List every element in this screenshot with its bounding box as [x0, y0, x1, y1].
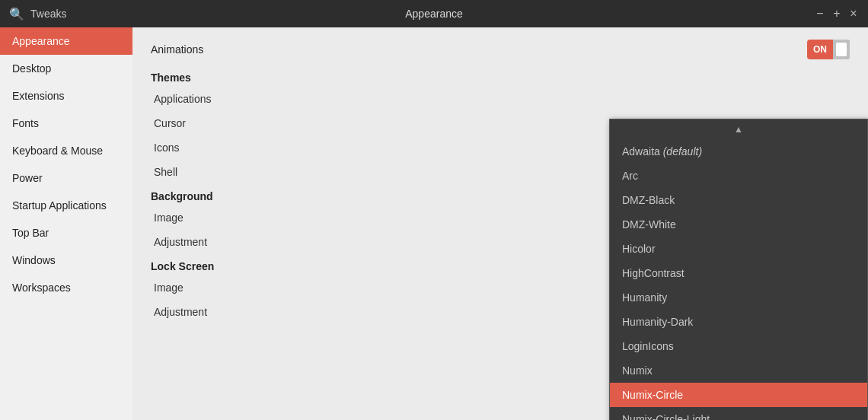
- maximize-button[interactable]: +: [831, 8, 842, 19]
- window-title: Appearance: [405, 8, 463, 20]
- dropdown-item-arc[interactable]: Arc: [610, 164, 867, 188]
- animations-label: Animations: [151, 43, 203, 56]
- section-header-themes: Themes: [151, 72, 850, 84]
- dropdown-item-hicolor[interactable]: Hicolor: [610, 237, 867, 261]
- content-area: Animations ON ThemesApplicationsCursorIc…: [132, 27, 868, 420]
- toggle-on-label: ON: [807, 44, 833, 55]
- app-name: Tweaks: [30, 8, 66, 20]
- dropdown-popup: ▲ Adwaita (default)ArcDMZ-BlackDMZ-White…: [609, 119, 868, 420]
- dropdown-list: Adwaita (default)ArcDMZ-BlackDMZ-WhiteHi…: [610, 139, 867, 420]
- titlebar: 🔍 Tweaks Appearance − + ×: [0, 0, 868, 27]
- minimize-button[interactable]: −: [815, 8, 825, 19]
- sidebar-item-windows[interactable]: Windows: [0, 247, 132, 274]
- dropdown-item-adwaita-default[interactable]: Adwaita (default): [610, 139, 867, 164]
- sidebar-item-keyboard-mouse[interactable]: Keyboard & Mouse: [0, 137, 132, 164]
- dropdown-item-dmz-white[interactable]: DMZ-White: [610, 212, 867, 237]
- dropdown-item-dmz-black[interactable]: DMZ-Black: [610, 188, 867, 212]
- sidebar-item-appearance[interactable]: Appearance: [0, 27, 132, 55]
- dropdown-item-humanity[interactable]: Humanity: [610, 285, 867, 310]
- close-button[interactable]: ×: [848, 8, 859, 19]
- sidebar-item-startup-applications[interactable]: Startup Applications: [0, 192, 132, 219]
- sidebar-item-extensions[interactable]: Extensions: [0, 82, 132, 110]
- window-controls: − + ×: [815, 8, 859, 19]
- sidebar: AppearanceDesktopExtensionsFontsKeyboard…: [0, 27, 132, 420]
- dropdown-item-numix-circle-light[interactable]: Numix-Circle-Light: [610, 407, 867, 420]
- search-icon[interactable]: 🔍: [9, 7, 24, 21]
- sidebar-item-workspaces[interactable]: Workspaces: [0, 274, 132, 301]
- dropdown-collapse-btn[interactable]: ▲: [610, 119, 867, 139]
- sidebar-item-desktop[interactable]: Desktop: [0, 55, 132, 82]
- content-item-applications[interactable]: Applications: [151, 87, 850, 111]
- dropdown-item-loginicons[interactable]: LoginIcons: [610, 334, 867, 358]
- dropdown-item-numix-circle[interactable]: Numix-Circle: [610, 383, 867, 407]
- toggle-thumb: [833, 40, 850, 59]
- sidebar-item-top-bar[interactable]: Top Bar: [0, 219, 132, 247]
- main-layout: AppearanceDesktopExtensionsFontsKeyboard…: [0, 27, 868, 420]
- toggle-thumb-inner: [836, 43, 847, 56]
- sidebar-item-power[interactable]: Power: [0, 164, 132, 192]
- animations-toggle[interactable]: ON: [807, 40, 850, 59]
- dropdown-item-humanity-dark[interactable]: Humanity-Dark: [610, 310, 867, 334]
- dropdown-item-highcontrast[interactable]: HighContrast: [610, 261, 867, 285]
- chevron-up-icon: ▲: [734, 124, 743, 135]
- sidebar-item-fonts[interactable]: Fonts: [0, 110, 132, 137]
- dropdown-item-numix[interactable]: Numix: [610, 358, 867, 383]
- animations-row: Animations ON: [151, 40, 850, 59]
